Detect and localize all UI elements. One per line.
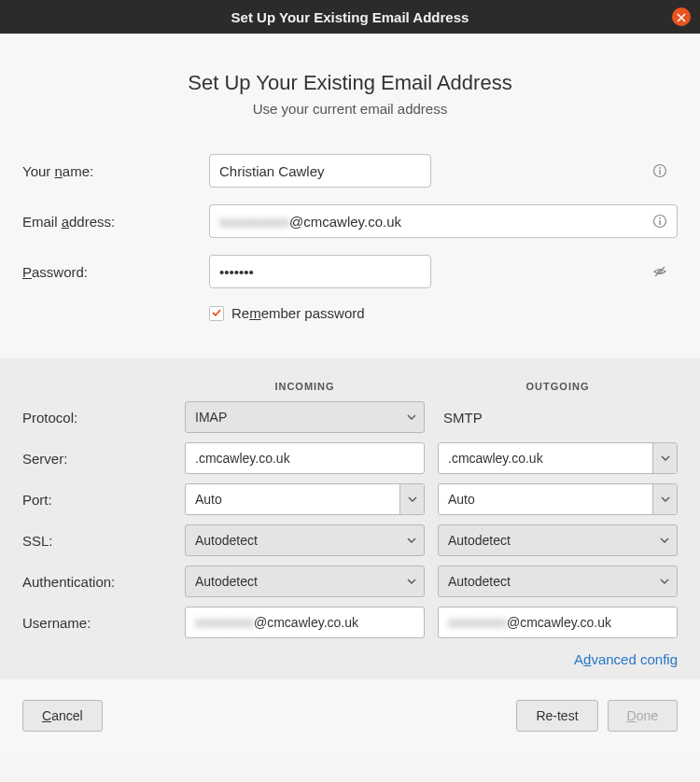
auth-in-select[interactable]: Autodetect — [185, 566, 425, 597]
username-label: Username: — [22, 615, 172, 631]
username-out-input[interactable]: xxxxxxxxx@cmcawley.co.uk — [438, 607, 678, 638]
outgoing-header: OUTGOING — [438, 381, 678, 392]
protocol-out-text: SMTP — [438, 410, 678, 426]
username-in-input[interactable]: xxxxxxxxx@cmcawley.co.uk — [185, 607, 425, 638]
svg-point-1 — [659, 167, 661, 169]
svg-line-7 — [655, 267, 665, 276]
port-in-dropdown[interactable] — [399, 484, 424, 514]
name-row: Your name: — [22, 154, 678, 188]
email-input-wrap: xxxxxxxxxx@cmcawley.co.uk — [209, 204, 678, 238]
server-out-dropdown[interactable] — [652, 443, 677, 473]
retest-button[interactable]: Re-test — [516, 700, 597, 732]
server-panel: INCOMING OUTGOING Protocol: IMAP SMTP Se… — [0, 358, 700, 679]
email-row: Email address: xxxxxxxxxx@cmcawley.co.uk — [22, 204, 678, 238]
upper-panel: Set Up Your Existing Email Address Use y… — [0, 34, 700, 358]
page-headline: Set Up Your Existing Email Address — [22, 71, 678, 95]
incoming-header: INCOMING — [185, 381, 425, 392]
auth-label: Authentication: — [22, 574, 172, 590]
name-input[interactable] — [209, 154, 431, 188]
footer-panel: Cancel Re-test Done — [0, 679, 700, 752]
chevron-down-icon — [660, 574, 669, 589]
advanced-config-link[interactable]: Advanced config — [574, 651, 678, 667]
window-title: Set Up Your Existing Email Address — [231, 9, 469, 25]
name-label: Your name: — [22, 163, 209, 179]
server-in-input[interactable] — [185, 442, 425, 474]
password-label: Password: — [22, 264, 209, 280]
eye-off-icon[interactable] — [651, 263, 668, 280]
cancel-button[interactable]: Cancel — [22, 700, 103, 732]
password-input[interactable] — [209, 255, 431, 288]
footer-right: Re-test Done — [516, 700, 678, 732]
chevron-down-icon — [407, 533, 416, 548]
chevron-down-icon — [661, 451, 670, 466]
port-out-combo[interactable] — [438, 483, 678, 515]
port-in-combo[interactable] — [185, 483, 425, 515]
email-input[interactable]: xxxxxxxxxx@cmcawley.co.uk — [209, 204, 678, 238]
check-icon — [211, 305, 222, 322]
info-icon — [651, 213, 668, 230]
chevron-down-icon — [407, 574, 416, 589]
ssl-out-select[interactable]: Autodetect — [438, 524, 678, 556]
port-label: Port: — [22, 492, 172, 508]
protocol-label: Protocol: — [22, 410, 172, 426]
chevron-down-icon — [661, 492, 670, 507]
email-label: Email address: — [22, 214, 209, 230]
remember-row: Remember password — [209, 305, 678, 321]
chevron-down-icon — [408, 492, 417, 507]
info-icon — [651, 162, 668, 179]
port-out-input[interactable] — [439, 484, 652, 514]
protocol-in-select[interactable]: IMAP — [185, 401, 425, 433]
password-input-wrap — [209, 255, 678, 288]
remember-checkbox[interactable] — [209, 306, 224, 321]
done-button[interactable]: Done — [608, 700, 678, 732]
name-input-wrap — [209, 154, 678, 188]
remember-label: Remember password — [231, 305, 365, 321]
svg-rect-2 — [659, 170, 660, 175]
svg-rect-5 — [659, 220, 660, 225]
close-button[interactable] — [672, 7, 691, 26]
password-row: Password: — [22, 255, 678, 288]
chevron-down-icon — [660, 533, 669, 548]
auth-out-select[interactable]: Autodetect — [438, 566, 678, 597]
window-titlebar: Set Up Your Existing Email Address — [0, 0, 700, 34]
port-in-input[interactable] — [186, 484, 399, 514]
server-grid: INCOMING OUTGOING Protocol: IMAP SMTP Se… — [22, 381, 678, 638]
page-subhead: Use your current email address — [22, 101, 678, 117]
ssl-label: SSL: — [22, 533, 172, 549]
chevron-down-icon — [407, 410, 416, 425]
server-out-input[interactable] — [439, 443, 652, 473]
advanced-config-row: Advanced config — [22, 651, 678, 668]
svg-point-4 — [659, 217, 661, 219]
ssl-in-select[interactable]: Autodetect — [185, 524, 425, 556]
server-label: Server: — [22, 451, 172, 467]
port-out-dropdown[interactable] — [652, 484, 677, 514]
close-icon — [677, 9, 686, 25]
server-out-combo[interactable] — [438, 442, 678, 474]
